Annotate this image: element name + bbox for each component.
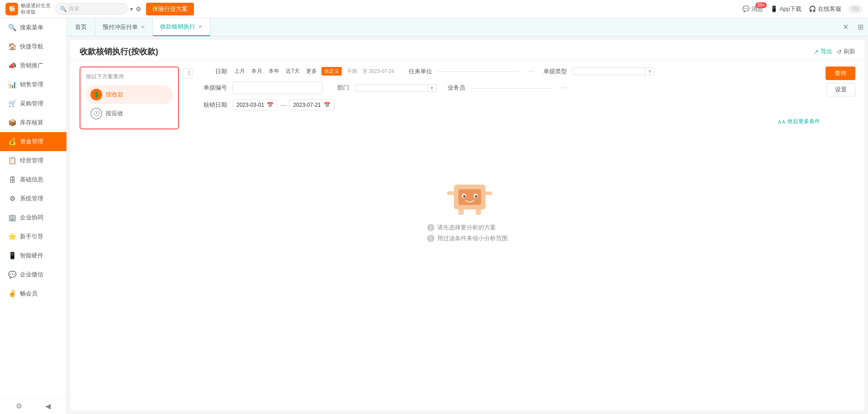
filter-option-by-receipt[interactable]: 💲 按收款 bbox=[86, 85, 173, 104]
collapse-more-label: 收起更多条件 bbox=[788, 118, 820, 125]
sidebar-item-guide[interactable]: ⭐ 新手引导 bbox=[0, 227, 66, 246]
sidebar-item-hardware[interactable]: 📱 智能硬件 bbox=[0, 246, 66, 265]
doc-type-select[interactable]: ▾ bbox=[572, 67, 655, 75]
tab-receipt-offset[interactable]: 收款核销执行 ✕ bbox=[153, 18, 210, 36]
sidebar-item-member[interactable]: ✌ 畅会员 bbox=[0, 284, 66, 303]
sidebar-label-wechat: 企业微信 bbox=[20, 271, 43, 279]
sidebar-label-system: 系统管理 bbox=[20, 195, 43, 203]
export-button[interactable]: ↗ 导出 bbox=[814, 48, 832, 56]
phone-icon: 📱 bbox=[770, 5, 778, 12]
filter-sidebar-title: 按以下方案查询 bbox=[86, 73, 173, 81]
sidebar-item-system[interactable]: ⚙ 系统管理 bbox=[0, 189, 66, 208]
date-btn-this-year[interactable]: 本年 bbox=[267, 67, 281, 76]
collapse-more-button[interactable]: ∧∧ 收起更多条件 bbox=[778, 118, 820, 125]
date-separator: — bbox=[280, 102, 286, 109]
date-to-text: 至 2023-07-26 bbox=[363, 68, 394, 75]
partner-dots[interactable]: ··· bbox=[524, 67, 538, 76]
by-receivable-label: 按应收 bbox=[106, 109, 123, 118]
filter-actions: 查询 设置 bbox=[826, 67, 855, 127]
sidebar-collapse-button[interactable]: 《 bbox=[183, 68, 193, 78]
gear-icon[interactable]: ⚙ bbox=[136, 5, 142, 13]
by-receipt-icon: 💲 bbox=[90, 89, 102, 100]
sidebar-item-enterprise[interactable]: 🏢 企业协同 bbox=[0, 208, 66, 227]
staff-dots[interactable]: ··· bbox=[557, 84, 571, 92]
dept-select[interactable]: ▾ bbox=[354, 84, 437, 92]
date-no-limit-text: 不限 bbox=[347, 68, 357, 75]
top-search-bar[interactable]: 🔍 搜索 bbox=[55, 3, 127, 14]
doc-no-input[interactable] bbox=[232, 81, 323, 94]
sidebar-item-base-info[interactable]: 🗄 基础信息 bbox=[0, 170, 66, 189]
filter-sidebar: 按以下方案查询 💲 按收款 🕐 按应收 bbox=[80, 67, 179, 129]
message-icon: 💬 bbox=[742, 5, 750, 12]
tab-receipt-offset-close[interactable]: ✕ bbox=[198, 24, 203, 30]
app-logo: 畅 畅捷通好生意标准版 bbox=[5, 3, 51, 15]
refresh-button[interactable]: ↺ 刷新 bbox=[837, 48, 855, 56]
doc-type-arrow[interactable]: ▾ bbox=[645, 68, 654, 75]
sidebar-item-business[interactable]: 📋 经营管理 bbox=[0, 151, 66, 170]
date-btn-7days[interactable]: 近7天 bbox=[284, 67, 302, 76]
tab-close-button[interactable]: ✕ bbox=[838, 23, 853, 31]
app-download-button[interactable]: 📱 App下载 bbox=[770, 5, 802, 13]
sidebar-label-purchase: 采购管理 bbox=[20, 100, 43, 108]
sidebar-item-finance[interactable]: 💰 资金管理 bbox=[0, 132, 66, 151]
tab-fullscreen-button[interactable]: ⊞ bbox=[853, 23, 868, 31]
partner-input-area[interactable] bbox=[438, 71, 519, 72]
staff-input-area[interactable] bbox=[471, 87, 552, 89]
page-title: 收款核销执行(按收款) bbox=[80, 46, 158, 57]
verify-date-end-input[interactable]: 2023-07-21 📅 bbox=[289, 100, 334, 110]
sidebar-item-quick-nav[interactable]: 🏠 快捷导航 bbox=[0, 37, 66, 56]
date-btn-more[interactable]: 更多 bbox=[304, 67, 319, 76]
by-receivable-icon: 🕐 bbox=[90, 108, 102, 119]
filter-area: 按以下方案查询 💲 按收款 🕐 按应收 《 bbox=[71, 61, 864, 135]
online-service-button[interactable]: 🎧 在线客服 bbox=[809, 5, 841, 13]
enterprise-icon: 🏢 bbox=[8, 214, 16, 222]
date-btn-this-month[interactable]: 本月 bbox=[250, 67, 264, 76]
tab-prepay[interactable]: 预付冲应付单 ✕ bbox=[95, 18, 153, 36]
calendar-icon-start: 📅 bbox=[267, 102, 274, 108]
sidebar-label-member: 畅会员 bbox=[20, 290, 38, 298]
dept-arrow[interactable]: ▾ bbox=[427, 85, 436, 91]
sidebar-item-wechat[interactable]: 💬 企业微信 bbox=[0, 265, 66, 284]
refresh-label: 刷新 bbox=[844, 48, 855, 56]
search-placeholder-text: 搜索 bbox=[69, 5, 80, 13]
user-profile[interactable]: Rit bbox=[849, 5, 863, 13]
tab-prepay-close[interactable]: ✕ bbox=[141, 24, 145, 30]
sidebar-item-inventory[interactable]: 📦 库存核算 bbox=[0, 113, 66, 132]
filter-row-1: 日期 上月 本月 本年 近7天 更多 自定义 不限 bbox=[200, 67, 820, 76]
top-bar-right: 💬 消息 99+ 📱 App下载 🎧 在线客服 Rit bbox=[742, 5, 863, 13]
setting-button[interactable]: 设置 bbox=[826, 83, 855, 96]
date-btn-custom[interactable]: 自定义 bbox=[321, 67, 342, 76]
sidebar-item-purchase[interactable]: 🛒 采购管理 bbox=[0, 94, 66, 113]
sidebar-label-inventory: 库存核算 bbox=[20, 119, 43, 127]
marketing-icon: 📣 bbox=[8, 62, 16, 70]
sidebar-label-sales: 销售管理 bbox=[20, 81, 43, 89]
date-btn-last-month[interactable]: 上月 bbox=[232, 67, 247, 76]
query-button[interactable]: 查询 bbox=[826, 67, 855, 80]
tab-home[interactable]: 首页 bbox=[67, 18, 95, 36]
sidebar-item-marketing[interactable]: 📣 营销推广 bbox=[0, 56, 66, 75]
sidebar: 🔍 搜索菜单 🏠 快捷导航 📣 营销推广 📊 销售管理 🛒 采购管理 📦 库存核… bbox=[0, 18, 67, 414]
page-header: 收款核销执行(按收款) ↗ 导出 ↺ 刷新 bbox=[71, 40, 864, 61]
sidebar-collapse-icon[interactable]: ◀ bbox=[45, 402, 51, 410]
filter-option-by-receivable[interactable]: 🕐 按应收 bbox=[86, 104, 173, 123]
sidebar-settings-icon[interactable]: ⚙ bbox=[16, 402, 22, 410]
svg-rect-8 bbox=[458, 209, 464, 215]
search-dropdown-icon[interactable]: ▾ bbox=[130, 6, 133, 12]
chevron-up-icon: ∧∧ bbox=[778, 119, 786, 125]
sidebar-item-sales[interactable]: 📊 销售管理 bbox=[0, 75, 66, 94]
content-area: 首页 预付冲应付单 ✕ 收款核销执行 ✕ ✕ ⊞ 收款核销执行(按收款) bbox=[67, 18, 868, 414]
tab-prepay-label: 预付冲应付单 bbox=[103, 23, 138, 31]
verify-date-start-input[interactable]: 2023-03-01 📅 bbox=[232, 100, 278, 110]
dept-label: 部门 bbox=[337, 84, 349, 92]
collapse-more-area: ∧∧ 收起更多条件 bbox=[200, 116, 820, 127]
finance-icon: 💰 bbox=[8, 138, 16, 146]
main-layout: 🔍 搜索菜单 🏠 快捷导航 📣 营销推广 📊 销售管理 🛒 采购管理 📦 库存核… bbox=[0, 18, 868, 414]
filter-main: 日期 上月 本月 本年 近7天 更多 自定义 不限 bbox=[200, 67, 855, 129]
svg-point-4 bbox=[463, 195, 466, 198]
sales-icon: 📊 bbox=[8, 81, 16, 89]
empty-svg bbox=[445, 171, 499, 216]
tab-receipt-offset-label: 收款核销执行 bbox=[160, 23, 195, 31]
industry-solution-button[interactable]: 休验行业方案 bbox=[146, 3, 194, 15]
sidebar-item-search[interactable]: 🔍 搜索菜单 bbox=[0, 18, 66, 37]
messages-button[interactable]: 💬 消息 99+ bbox=[742, 5, 763, 13]
